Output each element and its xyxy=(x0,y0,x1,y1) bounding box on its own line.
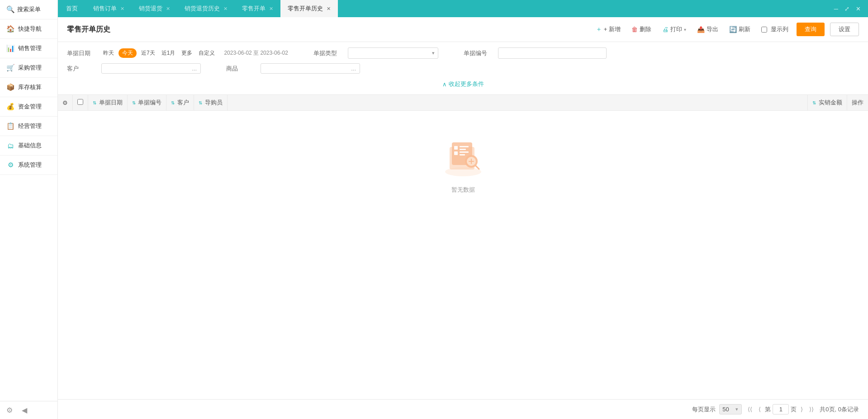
product-input-wrapper[interactable]: ... xyxy=(261,63,360,74)
page-title: 零售开单历史 xyxy=(67,25,110,34)
tab-sales-return[interactable]: 销货退货 ✕ xyxy=(132,0,177,17)
doc-type-select[interactable] xyxy=(348,47,438,59)
col-amount[interactable]: ⇅ 实销金额 xyxy=(808,95,847,111)
collapse-label: 收起更多条件 xyxy=(449,80,484,88)
sidebar-item-inventory[interactable]: 📦 库存核算 xyxy=(0,78,57,97)
first-page-btn[interactable]: ⟨⟨ xyxy=(745,405,754,414)
date-opt-more[interactable]: 更多 xyxy=(180,48,194,58)
sidebar-item-label: 采购管理 xyxy=(18,64,42,72)
window-restore-icon[interactable]: ⤢ xyxy=(844,5,849,12)
query-button[interactable]: 查询 xyxy=(797,23,825,36)
date-opt-today[interactable]: 今天 xyxy=(119,48,137,58)
date-label: 单据日期 xyxy=(67,49,94,57)
col-number[interactable]: ⇅ 单据编号 xyxy=(127,95,166,111)
sidebar-item-system[interactable]: ⚙ 系统管理 xyxy=(0,155,57,175)
sidebar-item-label: 经营管理 xyxy=(18,122,42,130)
tab-retail-open-close[interactable]: ✕ xyxy=(269,6,273,12)
select-all-checkbox[interactable] xyxy=(77,99,83,105)
col-action: 操作 xyxy=(847,95,868,111)
col-salesperson[interactable]: ⇅ 导购员 xyxy=(194,95,227,111)
col-action-label: 操作 xyxy=(852,99,863,106)
customer-input[interactable] xyxy=(105,65,192,72)
product-ellipsis[interactable]: ... xyxy=(351,65,356,72)
table-area: ⚙ ⇅ 单据日期 ⇅ 单据编号 xyxy=(58,95,868,419)
tab-sales-return-close[interactable]: ✕ xyxy=(166,6,170,12)
window-close-icon[interactable]: ✕ xyxy=(856,5,861,12)
customer-input-wrapper[interactable]: ... xyxy=(101,63,201,74)
sort-date-icon: ⇅ xyxy=(93,100,96,105)
purchase-icon: 🛒 xyxy=(6,64,14,72)
last-page-btn[interactable]: ⟩⟩ xyxy=(807,405,816,414)
svg-rect-4 xyxy=(460,146,469,147)
sidebar-item-purchase-mgmt[interactable]: 🛒 采购管理 xyxy=(0,58,57,78)
col-date[interactable]: ⇅ 单据日期 xyxy=(88,95,128,111)
date-opt-yesterday[interactable]: 昨天 xyxy=(101,48,116,58)
sidebar-item-label: 基础信息 xyxy=(18,141,42,150)
date-opt-custom[interactable]: 自定义 xyxy=(197,48,217,58)
date-opt-last-month[interactable]: 近1月 xyxy=(160,48,177,58)
tab-sales-order[interactable]: 销售订单 ✕ xyxy=(86,0,132,17)
page-suffix: 页 xyxy=(791,405,797,414)
sidebar-item-label: 系统管理 xyxy=(18,161,42,169)
export-button[interactable]: 📤 导出 xyxy=(694,24,721,35)
tab-sales-order-label: 销售订单 xyxy=(93,5,117,13)
sidebar-item-finance[interactable]: 💰 资金管理 xyxy=(0,97,57,117)
col-settings[interactable]: ⚙ xyxy=(58,95,73,111)
delete-button[interactable]: 🗑 删除 xyxy=(629,24,654,35)
system-icon: ⚙ xyxy=(6,161,14,169)
search-icon: 🔍 xyxy=(6,5,14,14)
tab-retail-open-history[interactable]: 零售开单历史 ✕ xyxy=(280,0,338,17)
main-content: 首页 销售订单 ✕ 销货退货 ✕ 销货退货历史 ✕ 零售开单 ✕ 零售开单历史 … xyxy=(58,0,868,419)
sort-amount-icon: ⇅ xyxy=(812,100,816,105)
sidebar-bottom: ⚙ ◀ xyxy=(0,401,57,419)
print-button[interactable]: 🖨 打印 ▾ xyxy=(659,24,689,35)
sidebar-search[interactable]: 🔍 搜索采单 xyxy=(0,0,57,19)
window-minimize-icon[interactable]: ─ xyxy=(834,5,838,12)
tab-retail-open[interactable]: 零售开单 ✕ xyxy=(235,0,280,17)
product-input[interactable] xyxy=(265,65,351,72)
refresh-button[interactable]: 🔄 刷新 xyxy=(726,24,753,35)
tab-retail-open-history-label: 零售开单历史 xyxy=(288,5,323,13)
collapse-icon: ∧ xyxy=(442,81,447,88)
print-arrow: ▾ xyxy=(684,27,686,32)
doc-type-select-wrapper xyxy=(348,47,438,59)
tab-home[interactable]: 首页 xyxy=(58,0,86,17)
inventory-icon: 📦 xyxy=(6,83,14,91)
tab-sales-return-history-close[interactable]: ✕ xyxy=(223,6,228,12)
tab-bar: 首页 销售订单 ✕ 销货退货 ✕ 销货退货历史 ✕ 零售开单 ✕ 零售开单历史 … xyxy=(58,0,868,17)
sidebar-item-sales-mgmt[interactable]: 📊 销售管理 xyxy=(0,39,57,58)
tab-retail-open-label: 零售开单 xyxy=(242,5,266,13)
date-opt-last7[interactable]: 近7天 xyxy=(139,48,157,58)
settings-bottom-icon[interactable]: ⚙ xyxy=(6,406,13,414)
collapse-filter-btn[interactable]: ∧ 收起更多条件 xyxy=(67,78,859,90)
sidebar-item-operations[interactable]: 📋 经营管理 xyxy=(0,117,57,136)
sort-salesperson-icon: ⇅ xyxy=(199,100,202,105)
data-table: ⚙ ⇅ 单据日期 ⇅ 单据编号 xyxy=(58,95,868,111)
col-check[interactable] xyxy=(73,95,88,111)
sort-customer-icon: ⇅ xyxy=(171,100,175,105)
add-button[interactable]: ＋ + 新增 xyxy=(593,24,623,35)
next-page-btn[interactable]: ⟩ xyxy=(798,405,805,414)
finance-icon: 💰 xyxy=(6,103,14,111)
tab-sales-order-close[interactable]: ✕ xyxy=(120,6,124,12)
collapse-sidebar-icon[interactable]: ◀ xyxy=(22,406,27,414)
sidebar-item-quick-nav[interactable]: 🏠 快捷导航 xyxy=(0,19,57,39)
display-cols-checkbox[interactable] xyxy=(761,27,767,33)
tab-retail-open-history-close[interactable]: ✕ xyxy=(327,6,331,12)
pagination: 每页显示 50 10 20 100 ⟨⟨ ⟨ 第 1 页 ⟩ ⟩⟩ 共0页, 0… xyxy=(58,399,868,419)
col-customer[interactable]: ⇅ 客户 xyxy=(166,95,194,111)
add-label: + 新增 xyxy=(604,25,621,33)
home-icon: 🏠 xyxy=(6,25,14,33)
page-number-input[interactable]: 1 xyxy=(773,404,789,414)
settings-button[interactable]: 设置 xyxy=(830,23,859,36)
display-cols-button[interactable]: 显示列 xyxy=(759,24,791,35)
col-amount-label: 实销金额 xyxy=(819,99,842,106)
sidebar-item-basic-info[interactable]: 🗂 基础信息 xyxy=(0,136,57,155)
page-size-select[interactable]: 50 10 20 100 xyxy=(719,404,742,414)
prev-page-btn[interactable]: ⟨ xyxy=(756,405,763,414)
sidebar-item-label: 快捷导航 xyxy=(18,25,42,33)
customer-ellipsis[interactable]: ... xyxy=(192,65,197,72)
page-size-label: 每页显示 xyxy=(692,405,716,414)
doc-number-input[interactable] xyxy=(498,47,607,59)
tab-sales-return-history[interactable]: 销货退货历史 ✕ xyxy=(177,0,235,17)
